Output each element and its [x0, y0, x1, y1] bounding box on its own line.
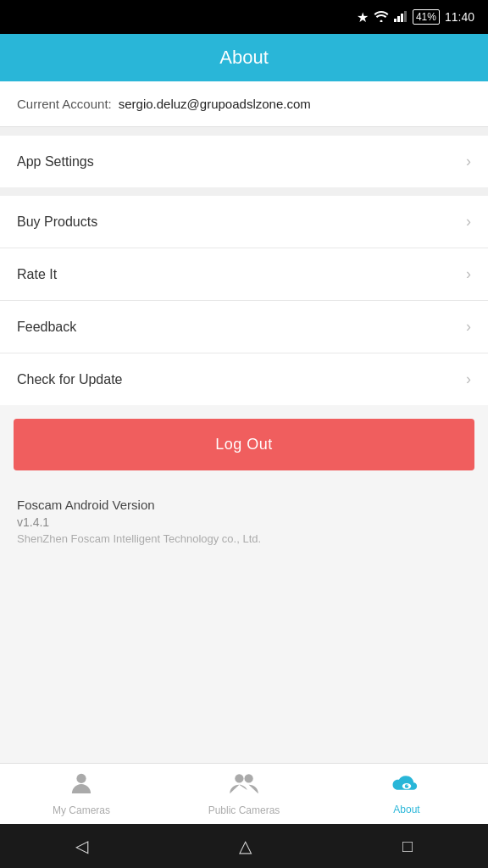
- chevron-right-icon: ›: [466, 153, 471, 170]
- svg-point-6: [235, 774, 243, 782]
- svg-rect-4: [404, 11, 407, 22]
- android-nav-bar: ◁ △ □: [0, 824, 488, 868]
- svg-rect-3: [401, 14, 403, 22]
- version-number: v1.4.1: [17, 515, 471, 529]
- nav-label-my-cameras: My Cameras: [53, 804, 110, 816]
- battery-level: 41%: [416, 11, 436, 23]
- logout-section: Log Out: [0, 405, 488, 484]
- bottom-nav: My Cameras Public Cameras: [0, 763, 488, 824]
- home-button[interactable]: △: [239, 836, 252, 856]
- star-icon: ★: [357, 9, 369, 25]
- time-display: 11:40: [445, 10, 474, 24]
- menu-item-label: Feedback: [17, 320, 76, 335]
- menu-item-app-settings[interactable]: App Settings ›: [0, 136, 488, 187]
- public-cameras-icon: [229, 771, 259, 801]
- recents-button[interactable]: □: [402, 837, 413, 856]
- chevron-right-icon: ›: [466, 370, 471, 388]
- nav-label-public-cameras: Public Cameras: [208, 804, 280, 816]
- menu-item-rate-it[interactable]: Rate It ›: [0, 248, 488, 301]
- company-name: ShenZhen Foscam Intelligent Technology c…: [17, 532, 471, 545]
- menu-item-label: Buy Products: [17, 214, 97, 230]
- section-divider-2: [0, 187, 488, 196]
- chevron-right-icon: ›: [466, 265, 471, 283]
- page-title: About: [219, 47, 269, 69]
- chevron-right-icon: ›: [466, 213, 471, 231]
- menu-item-check-update[interactable]: Check for Update ›: [0, 353, 488, 405]
- nav-item-about[interactable]: About: [325, 765, 488, 822]
- nav-item-my-cameras[interactable]: My Cameras: [0, 765, 163, 823]
- menu-item-label: Check for Update: [17, 372, 123, 387]
- svg-point-7: [244, 774, 252, 782]
- svg-point-0: [380, 19, 382, 22]
- section-divider-1: [0, 127, 488, 136]
- svg-point-9: [405, 784, 408, 787]
- svg-rect-1: [394, 19, 396, 22]
- chevron-right-icon: ›: [466, 318, 471, 336]
- account-label: Current Account:: [17, 97, 112, 111]
- wifi-icon: [374, 10, 389, 25]
- back-button[interactable]: ◁: [75, 836, 88, 856]
- menu-section: App Settings ›: [0, 136, 488, 187]
- status-icons: ★ 41% 11:40: [357, 9, 474, 25]
- main-content: Current Account: sergio.deluz@grupoadslz…: [0, 81, 488, 763]
- app-name: Foscam Android Version: [17, 498, 471, 512]
- menu-item-feedback[interactable]: Feedback ›: [0, 301, 488, 353]
- svg-point-5: [76, 774, 86, 783]
- nav-label-about: About: [393, 804, 419, 815]
- nav-item-public-cameras[interactable]: Public Cameras: [163, 765, 325, 823]
- menu-item-label: Rate It: [17, 267, 57, 282]
- about-icon: [391, 772, 422, 800]
- account-email: sergio.deluz@grupoadslzone.com: [119, 97, 311, 111]
- menu-item-label: App Settings: [17, 154, 94, 170]
- logout-button[interactable]: Log Out: [14, 419, 474, 470]
- signal-icon: [394, 10, 408, 25]
- battery-icon: 41%: [413, 9, 440, 25]
- status-bar: ★ 41% 11:40: [0, 0, 488, 34]
- my-cameras-icon: [70, 771, 92, 801]
- menu-item-buy-products[interactable]: Buy Products ›: [0, 196, 488, 248]
- svg-point-10: [407, 785, 408, 786]
- svg-rect-2: [397, 16, 400, 22]
- page-header: About: [0, 34, 488, 81]
- version-section: Foscam Android Version v1.4.1 ShenZhen F…: [0, 484, 488, 565]
- menu-section-2: Buy Products › Rate It › Feedback › Chec…: [0, 196, 488, 405]
- account-section: Current Account: sergio.deluz@grupoadslz…: [0, 81, 488, 127]
